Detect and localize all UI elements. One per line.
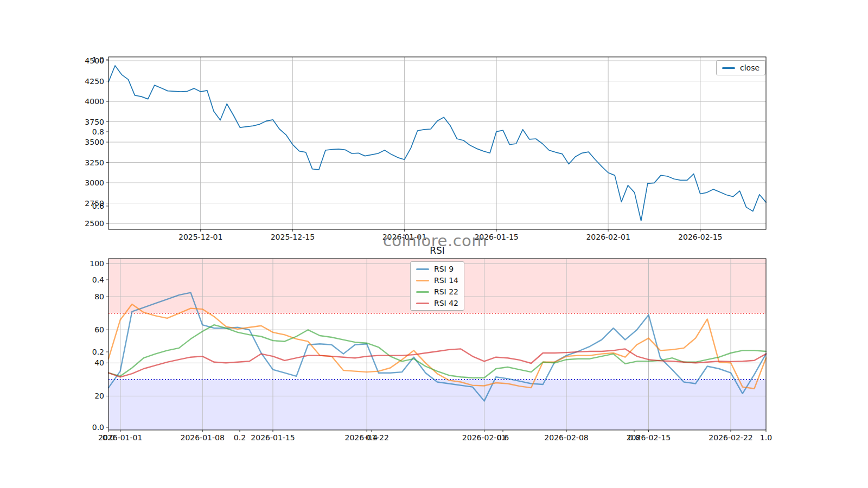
overlay-x-tick-label: 0.8 (628, 433, 640, 442)
overlay-y-tick-label: 0.4 (74, 275, 104, 285)
y-tick-label: 100 (74, 259, 104, 268)
overlay-x-tick-label: 0.0 (103, 433, 114, 442)
price-legend: close (716, 60, 765, 75)
x-tick-label: 2026-02-08 (544, 433, 588, 442)
x-tick-label: 2025-12-15 (271, 232, 315, 242)
overlay-y-tick-label: 1.0 (74, 55, 104, 65)
legend-label-rsi42: RSI 42 (434, 299, 458, 307)
overlay-x-tick-label: 0.4 (366, 433, 378, 442)
x-tick-label: 2025-12-01 (178, 232, 222, 242)
y-tick-label: 60 (74, 325, 104, 335)
legend-label-rsi14: RSI 14 (434, 276, 458, 285)
overlay-x-tick-label: 1.0 (760, 433, 772, 442)
close-line-sample (722, 67, 735, 69)
y-tick-label: 4250 (74, 76, 104, 86)
y-tick-label: 3750 (74, 117, 104, 127)
legend-row-close: close (722, 63, 760, 72)
y-tick-label: 2500 (74, 219, 104, 228)
legend-label-rsi9: RSI 9 (434, 265, 454, 273)
y-tick-label: 20 (74, 391, 104, 401)
y-tick-label: 80 (74, 292, 104, 301)
x-tick-label: 2026-01-08 (181, 433, 225, 442)
y-tick-label: 3250 (74, 158, 104, 168)
overlay-y-tick-label: 0.8 (74, 127, 104, 137)
rsi22-line-sample (416, 291, 429, 293)
x-tick-label: 2026-02-22 (709, 433, 752, 442)
rsi42-line-sample (416, 303, 429, 304)
y-tick-label: 3500 (74, 137, 104, 147)
legend-row-rsi14: RSI 14 (416, 276, 458, 285)
x-tick-label: 2026-01-15 (251, 433, 295, 442)
overlay-y-tick-label: 0.6 (74, 201, 104, 211)
legend-label-rsi22: RSI 22 (434, 287, 458, 296)
rsi14-line-sample (416, 280, 429, 281)
rsi-legend: RSI 9 RSI 14 RSI 22 RSI 42 (410, 261, 464, 311)
legend-row-rsi42: RSI 42 (416, 299, 458, 307)
overlay-x-tick-label: 0.6 (497, 433, 509, 442)
chart-figure: 2025-12-012025-12-152026-01-012026-01-15… (0, 0, 868, 488)
overlay-y-tick-label: 0.2 (74, 347, 104, 357)
x-tick-label: 2026-02-15 (678, 232, 722, 242)
rsi9-line-sample (416, 268, 429, 270)
rsi-chart-title: RSI (430, 245, 445, 256)
legend-label-close: close (740, 63, 760, 72)
legend-row-rsi22: RSI 22 (416, 287, 458, 296)
x-tick-label: 2026-02-01 (586, 232, 630, 242)
y-tick-label: 4000 (74, 97, 104, 106)
legend-row-rsi9: RSI 9 (416, 265, 458, 273)
overlay-y-tick-label: 0.0 (74, 422, 104, 432)
y-tick-label: 3000 (74, 178, 104, 188)
overlay-x-tick-label: 0.2 (234, 433, 246, 442)
y-tick-label: 40 (74, 358, 104, 368)
